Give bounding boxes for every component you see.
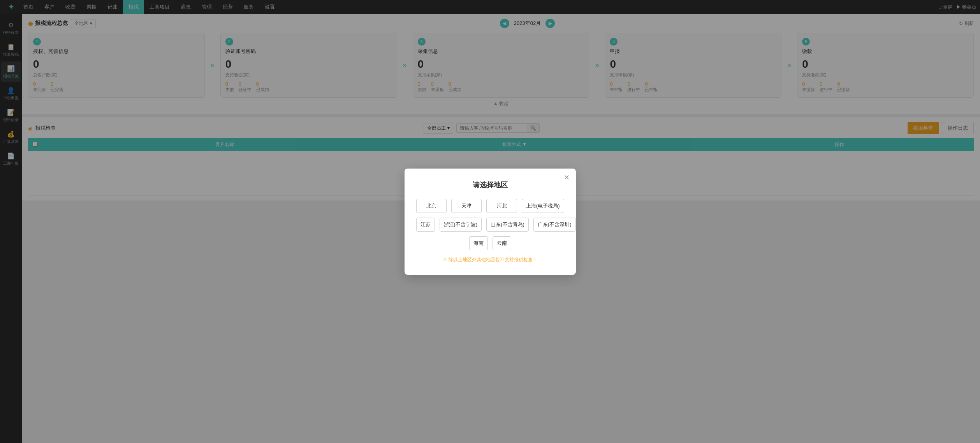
region-btn-yunnan[interactable]: 云南: [493, 236, 511, 250]
modal: ✕ 请选择地区 北京 天津 河北 上海(电子税局) 江苏 浙江(不含宁波) 山东…: [405, 169, 576, 275]
warning-text: ⚠ 除以上地区外其他地区暂不支持报税检查！: [416, 257, 564, 263]
region-btn-tianjin[interactable]: 天津: [451, 199, 482, 213]
region-btn-jiangsu[interactable]: 江苏: [416, 218, 435, 232]
modal-title: 请选择地区: [416, 180, 564, 190]
modal-close-button[interactable]: ✕: [564, 173, 570, 182]
warning-icon: ⚠: [443, 257, 447, 262]
warning-message: 除以上地区外其他地区暂不支持报税检查！: [449, 257, 537, 263]
region-btn-shandong[interactable]: 山东(不含青岛): [486, 218, 529, 232]
region-btn-shanghai[interactable]: 上海(电子税局): [522, 199, 564, 213]
region-btn-hainan[interactable]: 海南: [469, 236, 488, 250]
modal-overlay[interactable]: ✕ 请选择地区 北京 天津 河北 上海(电子税局) 江苏 浙江(不含宁波) 山东…: [0, 0, 980, 443]
region-btn-zhejiang[interactable]: 浙江(不含宁波): [440, 218, 482, 232]
region-btn-beijing[interactable]: 北京: [416, 199, 447, 213]
region-row-3: 海南 云南: [416, 236, 564, 250]
region-row-2: 江苏 浙江(不含宁波) 山东(不含青岛) 广东(不含深圳): [416, 218, 564, 232]
region-btn-guangdong[interactable]: 广东(不含深圳): [533, 218, 576, 232]
region-btn-hebei[interactable]: 河北: [486, 199, 517, 213]
region-row-1: 北京 天津 河北 上海(电子税局): [416, 199, 564, 213]
